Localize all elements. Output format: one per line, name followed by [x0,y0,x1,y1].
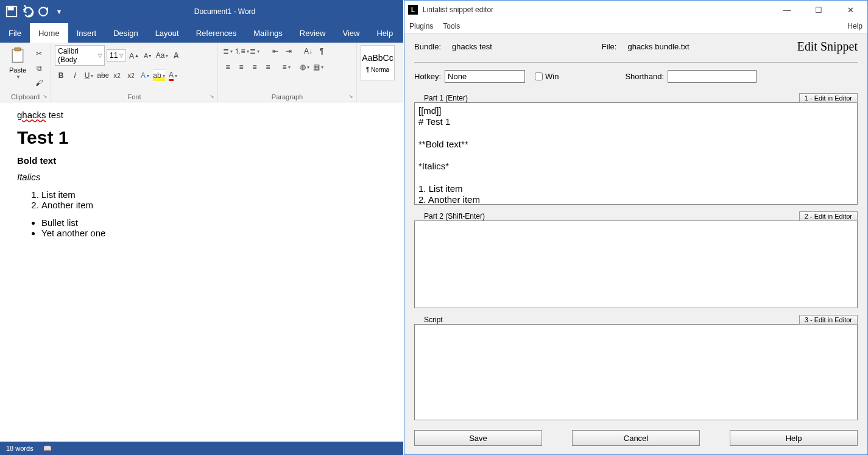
help-button[interactable]: Help [730,430,858,446]
tab-view[interactable]: View [334,23,368,43]
font-color-icon[interactable]: A▾ [167,69,179,82]
svg-rect-4 [15,48,21,51]
align-center-icon[interactable]: ≡ [235,61,247,73]
clear-formatting-icon[interactable]: A̷ [170,49,182,62]
part2-label: Part 2 (Shift-Enter) [424,212,485,220]
qat-more-icon[interactable]: ▾ [52,5,66,18]
part1-textarea[interactable] [414,102,858,205]
shading-icon[interactable]: ◍▾ [298,61,311,73]
tab-home[interactable]: Home [30,23,68,43]
edit-in-editor-2-button[interactable]: 2 - Edit in Editor [799,211,858,221]
part2-textarea[interactable] [414,220,858,308]
bundle-value: ghacks test [452,42,492,51]
redo-icon[interactable] [37,5,50,18]
subscript-button[interactable]: x2 [111,69,123,82]
tab-file[interactable]: File [0,23,30,43]
edit-in-editor-1-button[interactable]: 1 - Edit in Editor [799,93,858,103]
part1-label: Part 1 (Enter) [424,94,468,102]
word-titlebar: ▾ Document1 - Word [0,0,403,23]
tab-references[interactable]: References [188,23,245,43]
align-right-icon[interactable]: ≡ [249,61,261,73]
file-label: File: [602,42,617,51]
menu-tools[interactable]: Tools [443,22,460,30]
paste-button[interactable]: Paste ▼ [4,45,32,89]
align-left-icon[interactable]: ≡ [222,61,234,73]
tab-mailings[interactable]: Mailings [245,23,291,43]
tab-layout[interactable]: Layout [147,23,188,43]
undo-icon[interactable] [21,5,34,18]
menu-bar: Plugins Tools Help [404,19,867,34]
paragraph-group-label: Paragraph [218,93,356,101]
word-window: ▾ Document1 - Word File Home Insert Desi… [0,0,403,455]
save-icon[interactable] [5,5,18,18]
grow-font-icon[interactable]: A▲ [128,49,140,62]
hotkey-input[interactable] [445,70,525,83]
sort-icon[interactable]: A↓ [302,45,314,57]
font-dialog-launcher[interactable]: ↘ [208,93,216,100]
maximize-button[interactable]: ☐ [805,1,832,18]
save-button[interactable]: Save [414,430,542,446]
cut-icon[interactable]: ✂ [33,48,45,60]
italic-button[interactable]: I [69,69,81,82]
shrink-font-icon[interactable]: A▼ [142,49,154,62]
justify-icon[interactable]: ≡ [262,61,274,73]
ribbon: Paste ▼ ✂ ⧉ 🖌 Clipboard ↘ Calibri (Body▽… [0,43,403,102]
list-item: Bullet list [41,217,386,228]
tab-help[interactable]: Help [368,23,401,43]
cancel-button[interactable]: Cancel [572,430,700,446]
paste-label: Paste [9,66,26,74]
app-icon: L [408,5,418,15]
document-body[interactable]: ghacks test Test 1 Bold text Italics Lis… [0,102,403,442]
copy-icon[interactable]: ⧉ [33,62,45,74]
shorthand-label: Shorthand: [625,72,664,81]
highlight-icon[interactable]: ab▾ [153,69,165,82]
edit-in-editor-3-button[interactable]: 3 - Edit in Editor [799,315,858,325]
word-count[interactable]: 18 words [6,445,34,452]
bold-button[interactable]: B [55,69,67,82]
window-title: Lintalist snippet editor [423,5,769,14]
status-bar: 18 words 📖 [0,442,403,455]
bundle-label: Bundle: [414,42,441,51]
multilevel-list-icon[interactable]: ≣▾ [249,45,261,57]
menu-plugins[interactable]: Plugins [409,22,433,30]
svg-rect-3 [12,49,23,62]
lintalist-titlebar: L Lintalist snippet editor — ☐ ✕ [404,1,867,19]
format-painter-icon[interactable]: 🖌 [33,77,45,89]
superscript-button[interactable]: x2 [125,69,137,82]
lintalist-window: L Lintalist snippet editor — ☐ ✕ Plugins… [404,0,868,455]
list-item: Another item [41,200,386,210]
menu-help[interactable]: Help [847,22,863,30]
spellcheck-icon[interactable]: 📖 [43,445,52,453]
tab-review[interactable]: Review [291,23,334,43]
win-checkbox[interactable]: Win [535,72,559,81]
change-case-icon[interactable]: Aa▾ [156,49,168,62]
close-button[interactable]: ✕ [837,1,864,18]
minimize-button[interactable]: — [774,1,800,18]
increase-indent-icon[interactable]: ⇥ [283,45,295,57]
line-spacing-icon[interactable]: ≡▾ [280,61,292,73]
underline-button[interactable]: U▾ [83,69,95,82]
doc-bold-text: Bold text [17,155,386,166]
doc-italic-text: Italics [17,172,386,182]
decrease-indent-icon[interactable]: ⇤ [269,45,281,57]
file-value: ghacks bundle.txt [627,42,689,51]
numbering-icon[interactable]: ⒈≡▾ [235,45,247,57]
borders-icon[interactable]: ▦▾ [312,61,324,73]
list-item: Yet another one [41,228,386,238]
font-size-combo[interactable]: 11▽ [107,49,126,62]
text-effects-icon[interactable]: A▾ [139,69,151,82]
show-marks-icon[interactable]: ¶ [316,45,328,57]
font-group-label: Font [51,93,217,101]
doc-text: ghacks [17,110,46,120]
clipboard-dialog-launcher[interactable]: ↘ [41,93,49,100]
list-item: List item [41,189,386,200]
script-textarea[interactable] [414,324,858,420]
style-normal[interactable]: AaBbCc ¶ Norma [361,45,395,80]
shorthand-input[interactable] [668,70,757,83]
bullets-icon[interactable]: ≣▾ [222,45,234,57]
strikethrough-button[interactable]: abc [97,69,109,82]
tab-design[interactable]: Design [105,23,146,43]
tab-insert[interactable]: Insert [68,23,105,43]
paragraph-dialog-launcher[interactable]: ↘ [347,93,355,100]
font-name-combo[interactable]: Calibri (Body▽ [55,45,105,66]
